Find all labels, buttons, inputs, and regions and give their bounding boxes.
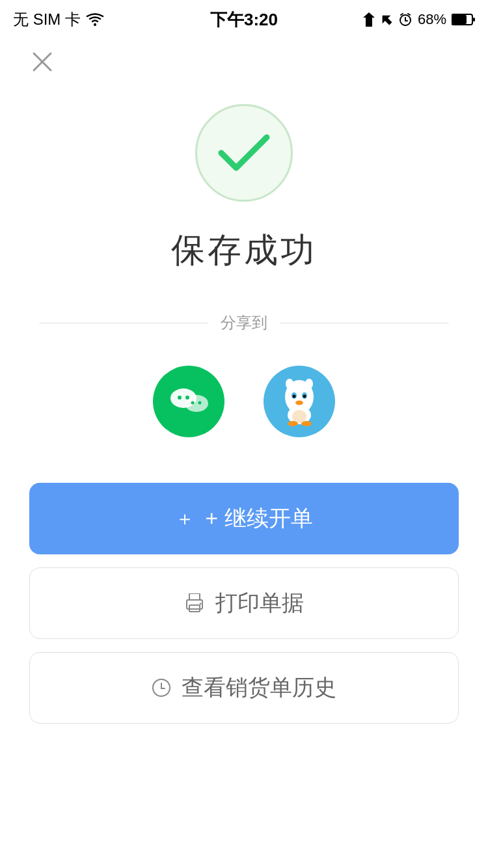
status-right: 68%	[363, 11, 475, 28]
main-content: 保存成功 分享到	[0, 39, 488, 724]
svg-point-24	[295, 400, 303, 405]
plus-icon: ＋	[175, 506, 195, 532]
alarm-icon	[398, 12, 413, 27]
battery-percent: 68%	[418, 11, 446, 28]
print-button[interactable]: 打印单据	[29, 567, 459, 639]
svg-point-18	[198, 401, 201, 404]
svg-point-23	[303, 394, 306, 398]
share-buttons-container	[153, 366, 335, 437]
clock-icon	[152, 678, 171, 698]
status-time: 下午3:20	[210, 8, 278, 31]
location-icon	[363, 12, 375, 27]
divider-line-right	[280, 323, 449, 323]
print-label: 打印单据	[215, 588, 304, 618]
svg-line-6	[401, 14, 403, 15]
battery-icon	[452, 13, 475, 26]
svg-point-21	[292, 394, 295, 398]
checkmark-icon	[218, 133, 270, 172]
wechat-share-button[interactable]	[153, 366, 224, 437]
success-icon-container	[195, 104, 293, 202]
qq-share-button[interactable]	[264, 366, 335, 437]
svg-point-17	[191, 401, 194, 404]
svg-point-34	[200, 603, 202, 605]
continue-label: + 继续开单	[205, 504, 312, 534]
sim-status: 无 SIM 卡	[13, 9, 81, 30]
svg-rect-32	[189, 593, 200, 600]
divider-line-left	[39, 323, 208, 323]
svg-point-30	[305, 379, 313, 389]
qq-icon	[278, 377, 321, 426]
svg-point-28	[301, 421, 312, 426]
close-icon	[31, 51, 53, 73]
svg-line-7	[408, 14, 410, 15]
status-left: 无 SIM 卡	[13, 9, 104, 30]
svg-point-27	[288, 421, 298, 426]
success-text: 保存成功	[171, 228, 317, 273]
svg-point-16	[185, 396, 189, 400]
history-label: 查看销货单历史	[182, 673, 336, 703]
share-label: 分享到	[208, 312, 280, 333]
svg-point-15	[178, 396, 182, 400]
action-buttons: ＋ + 继续开单 打印单据	[29, 483, 459, 724]
status-bar: 无 SIM 卡 下午3:20 68%	[0, 0, 488, 39]
svg-point-26	[292, 410, 306, 423]
printer-icon	[184, 593, 205, 613]
svg-rect-9	[452, 15, 467, 24]
wechat-icon	[168, 384, 210, 420]
wifi-icon	[86, 12, 104, 27]
close-button[interactable]	[26, 46, 59, 78]
svg-marker-2	[380, 13, 393, 26]
svg-rect-10	[473, 18, 475, 21]
continue-button[interactable]: ＋ + 继续开单	[29, 483, 459, 554]
svg-point-0	[94, 23, 96, 26]
share-divider: 分享到	[0, 312, 488, 333]
history-button[interactable]: 查看销货单历史	[29, 652, 459, 724]
location-arrow-icon	[380, 13, 393, 26]
svg-marker-1	[363, 12, 375, 27]
svg-point-29	[286, 379, 293, 389]
